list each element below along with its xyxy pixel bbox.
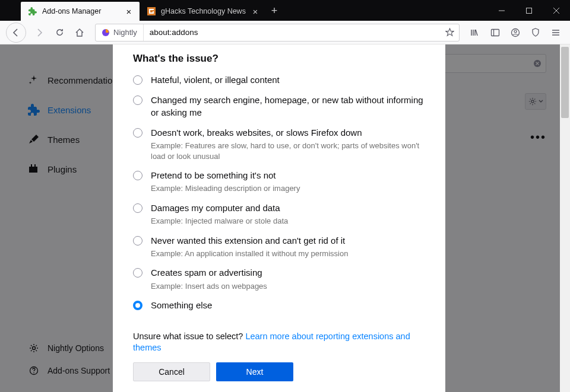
option-label: Changed my search engine, homepage, or n…: [151, 94, 425, 119]
unsure-text: Unsure what issue to select? Learn more …: [133, 331, 425, 354]
new-tab-button[interactable]: +: [266, 2, 283, 19]
identity-box[interactable]: Nightly: [96, 24, 144, 41]
option-example: Example: An application installed it wit…: [151, 248, 348, 259]
shield-icon[interactable]: [526, 23, 545, 42]
url-bar[interactable]: Nightly about:addons: [95, 24, 460, 42]
option-example: Example: Misleading description or image…: [151, 183, 300, 194]
option-label: Doesn't work, breaks websites, or slows …: [151, 127, 425, 139]
close-icon[interactable]: ×: [124, 7, 134, 16]
window-maximize[interactable]: [515, 0, 543, 21]
report-option-4[interactable]: Damages my computer and dataExample: Inj…: [133, 202, 425, 227]
report-option-3[interactable]: Pretend to be something it's notExample:…: [133, 170, 425, 194]
scrollbar[interactable]: [560, 44, 570, 392]
address-text: about:addons: [144, 28, 440, 37]
radio-icon: [133, 236, 142, 246]
tab-title: gHacks Technology News: [161, 7, 246, 15]
radio-icon: [133, 268, 142, 278]
bookmark-star-icon[interactable]: [440, 28, 459, 37]
radio-icon: [133, 128, 142, 138]
ghacks-favicon: [147, 7, 156, 16]
sidebar-icon[interactable]: [486, 23, 505, 42]
svg-rect-3: [492, 29, 499, 36]
report-modal: What's the issue? Hateful, violent, or i…: [113, 44, 445, 392]
tab-title: Add-ons Manager: [42, 7, 119, 15]
library-icon[interactable]: [466, 23, 484, 42]
option-label: Pretend to be something it's not: [151, 170, 300, 181]
option-label: Never wanted this extension and can't ge…: [151, 235, 348, 247]
option-example: Example: Injected malware or stole data: [151, 216, 288, 227]
nav-home[interactable]: [70, 23, 89, 42]
identity-label: Nightly: [113, 28, 137, 37]
radio-icon: [133, 75, 142, 85]
report-option-2[interactable]: Doesn't work, breaks websites, or slows …: [133, 127, 425, 161]
modal-heading: What's the issue?: [133, 53, 425, 65]
report-option-7[interactable]: Something else: [133, 299, 425, 311]
close-icon[interactable]: ×: [251, 7, 260, 16]
window-minimize[interactable]: [488, 0, 515, 21]
next-button[interactable]: Next: [216, 362, 293, 381]
option-example: Example: Features are slow, hard to use,…: [151, 141, 425, 161]
nav-forward[interactable]: [30, 23, 49, 42]
scrollbar-thumb[interactable]: [561, 47, 569, 118]
option-label: Damages my computer and data: [151, 202, 288, 214]
firefox-icon: [102, 28, 110, 37]
tab-ghacks[interactable]: gHacks Technology News ×: [140, 2, 266, 21]
svg-rect-0: [147, 7, 156, 15]
account-icon[interactable]: [506, 23, 525, 42]
radio-icon: [133, 95, 142, 105]
radio-icon: [133, 203, 142, 213]
report-option-1[interactable]: Changed my search engine, homepage, or n…: [133, 94, 425, 119]
cancel-button[interactable]: Cancel: [133, 362, 210, 381]
nav-reload[interactable]: [50, 23, 69, 42]
puzzle-icon: [28, 7, 37, 16]
report-option-0[interactable]: Hateful, violent, or illegal content: [133, 74, 425, 86]
option-example: Example: Insert ads on webpages: [151, 281, 267, 292]
svg-rect-1: [527, 8, 532, 13]
report-option-5[interactable]: Never wanted this extension and can't ge…: [133, 235, 425, 259]
radio-icon: [133, 171, 142, 180]
tab-addons-manager[interactable]: Add-ons Manager ×: [21, 2, 140, 21]
window-close[interactable]: [543, 0, 570, 21]
report-option-6[interactable]: Creates spam or advertisingExample: Inse…: [133, 267, 425, 291]
option-label: Creates spam or advertising: [151, 267, 267, 279]
option-label: Something else: [151, 299, 212, 311]
nav-back[interactable]: [6, 23, 26, 43]
menu-icon[interactable]: [546, 23, 565, 42]
radio-icon: [133, 301, 142, 310]
svg-point-6: [514, 30, 517, 33]
option-label: Hateful, violent, or illegal content: [151, 74, 280, 86]
